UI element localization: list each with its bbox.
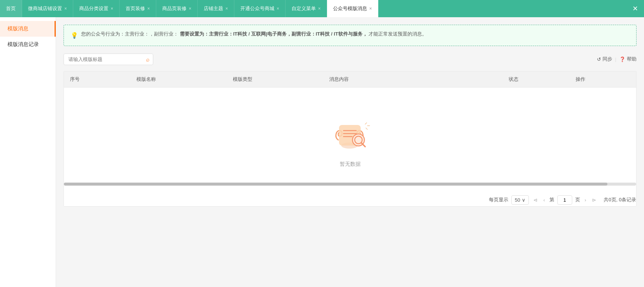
col-action: 操作 [570,71,636,88]
tab-product-decor-label: 商品页装修 [162,5,187,12]
global-close-button[interactable]: ✕ [626,0,644,17]
sync-label: 同步 [603,56,612,62]
tab-homepage-decor-label: 首页装修 [126,5,145,12]
page-next-button[interactable]: › [583,196,588,204]
page-last-button[interactable]: ⊳ [591,196,598,204]
tab-custom-menu-close[interactable]: × [318,6,321,11]
col-type: 模版类型 [227,71,323,88]
sidebar-item-template-msg-label: 模版消息 [7,25,28,31]
scrollbar-thumb[interactable] [64,183,607,186]
notice-text: 您的公众号行业为：主营行业：，副营行业： 需要设置为：主营行业：IT科技 / 互… [81,30,427,38]
tab-category[interactable]: 商品分类设置 × [73,0,120,17]
empty-state: 暂无数据 [64,88,636,183]
sidebar-item-template-msg[interactable]: 模版消息 [0,21,56,37]
empty-illustration [328,110,373,155]
horizontal-scrollbar[interactable] [64,183,636,186]
pagination: 每页显示 50 ∨ ⊲ ‹ 第 页 › ⊳ 共0页, 0条记录 [64,192,636,206]
notice-highlight: 需要设置为：主营行业：IT科技 / 互联网|电子商务，副营行业：IT科技 / I… [180,31,367,37]
tab-wechat-shop-label: 微商城店铺设置 [28,5,62,12]
table-header: 序号 模版名称 模版类型 消息内容 状态 [64,71,636,88]
notice-banner: 💡 您的公众号行业为：主营行业：，副营行业： 需要设置为：主营行业：IT科技 /… [64,25,637,46]
table-body: 暂无数据 [64,87,636,183]
col-index: 序号 [64,71,130,88]
empty-text: 暂无数据 [340,161,361,168]
tab-template-msg[interactable]: 公众号模版消息 × [327,0,378,17]
data-table: 序号 模版名称 模版类型 消息内容 状态 [64,71,636,183]
tab-template-msg-label: 公众号模版消息 [333,5,367,12]
per-page-label: 每页显示 [489,196,508,203]
tab-open-mall[interactable]: 开通公众号商城 × [234,0,286,17]
tab-homepage-decor-close[interactable]: × [147,6,150,11]
sync-button[interactable]: ↺ 同步 [597,56,612,62]
tab-product-decor-close[interactable]: × [189,6,191,11]
bulb-icon: 💡 [71,31,78,40]
help-icon: ❓ [619,57,625,62]
help-label: 帮助 [627,56,637,62]
tab-shop-theme[interactable]: 店铺主题 × [198,0,234,17]
col-status: 状态 [503,71,569,88]
search-input[interactable] [64,54,153,65]
table-header-row: 序号 模版名称 模版类型 消息内容 状态 [64,71,636,88]
table-wrapper: 序号 模版名称 模版类型 消息内容 状态 [64,71,637,207]
close-icon: ✕ [632,4,638,13]
top-navigation: 首页 微商城店铺设置 × 商品分类设置 × 首页装修 × 商品页装修 × 店铺主… [0,0,644,17]
tab-wechat-shop-close[interactable]: × [64,6,67,11]
sync-icon: ↺ [597,57,601,62]
search-input-wrap: ⌕ [64,54,153,65]
svg-line-8 [365,123,367,124]
tab-category-label: 商品分类设置 [79,5,108,12]
tab-wechat-shop[interactable]: 微商城店铺设置 × [22,0,73,17]
tab-home[interactable]: 首页 [0,0,22,17]
main-layout: 模版消息 模版消息记录 💡 您的公众号行业为：主营行业：，副营行业： 需要设置为… [0,17,644,287]
tab-custom-menu-label: 自定义菜单 [292,5,316,12]
per-page-select[interactable]: 50 ∨ [511,195,529,205]
col-content: 消息内容 [323,71,503,88]
tab-custom-menu[interactable]: 自定义菜单 × [286,0,327,17]
page-input[interactable] [557,195,572,205]
sidebar-item-template-record[interactable]: 模版消息记录 [0,37,56,52]
toolbar-right: ↺ 同步 | ❓ 帮助 [597,56,637,62]
tab-shop-theme-close[interactable]: × [225,6,228,11]
empty-row: 暂无数据 [64,87,636,183]
total-info: 共0页, 0条记录 [604,196,636,203]
help-button[interactable]: ❓ 帮助 [619,56,637,62]
notice-suffix: 才能正常发送预置的消息。 [369,31,427,37]
sidebar: 模版消息 模版消息记录 [0,17,56,287]
search-icon: ⌕ [146,56,150,62]
tab-home-label: 首页 [6,5,16,12]
tab-category-close[interactable]: × [111,6,113,11]
tab-open-mall-label: 开通公众号商城 [240,5,274,12]
page-first-button[interactable]: ⊲ [532,196,539,204]
tab-homepage-decor[interactable]: 首页装修 × [120,0,156,17]
tab-product-decor[interactable]: 商品页装修 × [156,0,198,17]
toolbar-divider: | [615,57,616,62]
svg-line-10 [366,128,367,129]
sidebar-item-template-record-label: 模版消息记录 [7,41,39,47]
page-prev-button[interactable]: ‹ [542,196,546,204]
content-area: 💡 您的公众号行业为：主营行业：，副营行业： 需要设置为：主营行业：IT科技 /… [56,17,644,287]
col-name: 模版名称 [130,71,227,88]
tab-open-mall-close[interactable]: × [277,6,279,11]
notice-prefix: 您的公众号行业为：主营行业：，副营行业： [81,31,178,37]
chevron-down-icon: ∨ [522,197,526,203]
tab-shop-theme-label: 店铺主题 [204,5,223,12]
page-label: 第 [549,196,554,203]
page-suffix: 页 [575,196,580,203]
search-bar: ⌕ ↺ 同步 | ❓ 帮助 [64,54,637,65]
per-page-value: 50 [515,197,520,203]
tab-template-msg-close[interactable]: × [369,6,372,11]
search-button[interactable]: ⌕ [146,56,150,62]
